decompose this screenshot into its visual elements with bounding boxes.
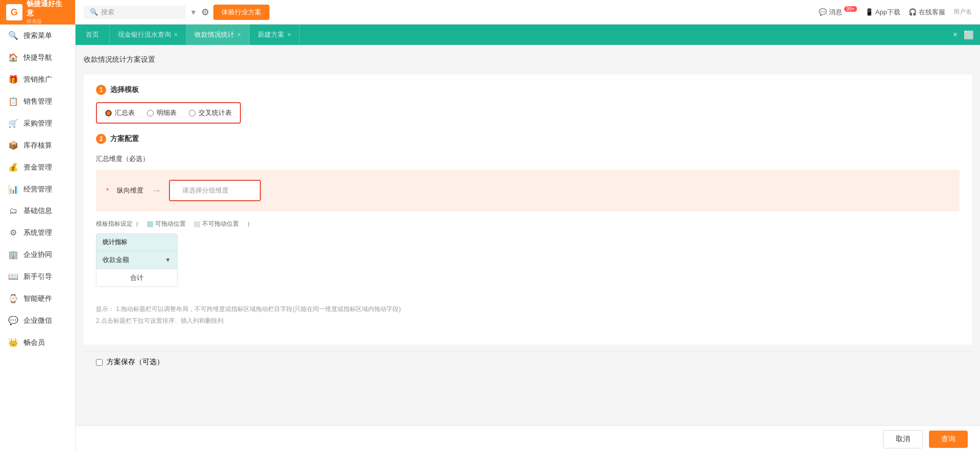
marketing-icon: 🎁 xyxy=(8,75,18,84)
user-info: 用户名 xyxy=(953,8,972,16)
dimension-selector[interactable]: 请选择分组维度 xyxy=(169,180,261,201)
tab-collection-stats-label: 收款情况统计 xyxy=(194,30,234,39)
header-left: 🔍 搜索 ▼ ⚙ 体验行业方案 xyxy=(84,5,270,20)
radio-detail[interactable]: 明细表 xyxy=(147,108,177,117)
summary-dimension-label: 汇总维度（必选） xyxy=(96,154,960,163)
app-download-item[interactable]: 📱 App下载 xyxy=(865,8,900,17)
sidebar-label-finance: 资金管理 xyxy=(23,163,52,172)
tips-section: 提示： 1.拖动标题栏可以调整布局，不可跨维度或指标区域拖动栏目字段(只能在同一… xyxy=(96,299,960,335)
metrics-cell-amount[interactable]: 收款金额 ▼ xyxy=(96,251,177,269)
metrics-legend: 模板指标设定（ 可拖动位置 不可拖动位置 ） xyxy=(96,220,960,228)
fixed-dot xyxy=(194,221,200,227)
sidebar-item-newbie[interactable]: 📖 新手引导 xyxy=(0,266,75,288)
save-option-bar: 方案保存（可选） xyxy=(84,351,972,373)
step2-label: 方案配置 xyxy=(110,134,139,144)
sidebar-item-purchase[interactable]: 🛒 采购管理 xyxy=(0,112,75,134)
save-label: 方案保存（可选） xyxy=(107,358,164,367)
tab-new-plan[interactable]: 新建方案 × xyxy=(250,25,300,45)
radio-cross[interactable]: 交叉统计表 xyxy=(189,108,232,117)
metrics-cell-total: 合计 xyxy=(96,269,177,287)
system-icon: ⚙ xyxy=(8,228,18,237)
sidebar-item-operations[interactable]: 📊 经营管理 xyxy=(0,178,75,200)
step1-label: 选择模板 xyxy=(110,85,139,94)
draggable-dot xyxy=(147,221,153,227)
maximize-btn[interactable]: ⬜ xyxy=(964,30,974,40)
inventory-icon: 📦 xyxy=(8,140,18,150)
tab-collection-stats-close[interactable]: × xyxy=(237,31,241,38)
message-icon: 💬 xyxy=(819,8,827,16)
footer: 取消 查询 xyxy=(76,425,980,452)
sidebar-item-marketing[interactable]: 🎁 营销推广 xyxy=(0,68,75,90)
sidebar-item-sales[interactable]: 📋 销售管理 xyxy=(0,90,75,112)
save-checkbox[interactable] xyxy=(96,359,103,366)
message-item[interactable]: 💬 消息 99+ xyxy=(819,8,857,17)
legend-draggable: 可拖动位置 xyxy=(147,220,186,228)
tab-new-plan-close[interactable]: × xyxy=(287,31,291,38)
tab-new-plan-label: 新建方案 xyxy=(258,30,284,39)
tab-bank-flow-close[interactable]: × xyxy=(174,31,178,38)
sidebar-label-quick-nav: 快捷导航 xyxy=(23,53,52,62)
metrics-header: 统计指标 xyxy=(96,234,177,251)
sidebar-item-wechat[interactable]: 💬 企业微信 xyxy=(0,310,75,331)
step1-num: 1 xyxy=(96,85,106,95)
message-badge: 99+ xyxy=(844,6,857,12)
support-icon: 🎧 xyxy=(909,8,917,16)
query-button[interactable]: 查询 xyxy=(929,431,968,448)
dropdown-arrow-icon[interactable]: ▼ xyxy=(190,8,197,16)
search-icon: 🔍 xyxy=(90,8,98,16)
vertical-label: 纵向维度 xyxy=(117,186,143,195)
sidebar-item-quick-nav[interactable]: 🏠 快捷导航 xyxy=(0,46,75,68)
search-menu-icon: 🔍 xyxy=(8,31,18,40)
tabbar-right: × ⬜ xyxy=(953,25,980,45)
sidebar-item-basic-info[interactable]: 🗂 基础信息 xyxy=(0,200,75,222)
download-icon: 📱 xyxy=(865,8,873,16)
radio-summary[interactable]: 汇总表 xyxy=(105,108,135,117)
template-options: 汇总表 明细表 交叉统计表 xyxy=(96,102,241,124)
search-bar[interactable]: 🔍 搜索 xyxy=(84,6,186,19)
radio-cross-input[interactable] xyxy=(189,110,195,116)
sidebar-item-member[interactable]: 👑 畅会员 xyxy=(0,331,75,353)
sidebar-logo: G 畅捷通好生意 标准版 xyxy=(0,0,75,25)
step2-num: 2 xyxy=(96,134,106,144)
metrics-table: 统计指标 收款金额 ▼ 合计 xyxy=(96,233,178,287)
quick-nav-icon: 🏠 xyxy=(8,53,18,62)
tab-collection-stats[interactable]: 收款情况统计 × xyxy=(186,25,250,45)
gear-icon[interactable]: ⚙ xyxy=(201,7,209,18)
industry-btn[interactable]: 体验行业方案 xyxy=(213,5,270,20)
sidebar-label-wechat: 企业微信 xyxy=(23,316,52,325)
sidebar-item-enterprise[interactable]: 🏢 企业协同 xyxy=(0,244,75,266)
wechat-icon: 💬 xyxy=(8,316,18,325)
sidebar-label-marketing: 营销推广 xyxy=(23,75,52,84)
newbie-icon: 📖 xyxy=(8,272,18,281)
sidebar-label-smart-hw: 智能硬件 xyxy=(23,294,52,303)
close-window-btn[interactable]: × xyxy=(953,30,958,39)
radio-summary-input[interactable] xyxy=(105,110,112,116)
purchase-icon: 🛒 xyxy=(8,118,18,128)
enterprise-icon: 🏢 xyxy=(8,250,18,259)
radio-detail-label: 明细表 xyxy=(157,108,177,117)
sidebar-item-inventory[interactable]: 📦 库存核算 xyxy=(0,134,75,156)
sidebar-item-system[interactable]: ⚙ 系统管理 xyxy=(0,222,75,244)
sidebar-label-operations: 经营管理 xyxy=(23,185,52,194)
radio-detail-input[interactable] xyxy=(147,110,154,116)
sidebar-label-sales: 销售管理 xyxy=(23,97,52,106)
draggable-label: 可拖动位置 xyxy=(155,220,186,228)
main-content: 收款情况统计方案设置 1 选择模板 汇总表 明细表 交叉统计表 2 方案配置 xyxy=(76,45,980,452)
sidebar-item-finance[interactable]: 💰 资金管理 xyxy=(0,156,75,178)
app-download-label: App下载 xyxy=(875,8,900,17)
tab-bank-flow[interactable]: 现金银行流水查询 × xyxy=(110,25,186,45)
sidebar-item-smart-hw[interactable]: ⌚ 智能硬件 xyxy=(0,288,75,310)
metrics-dropdown-arrow[interactable]: ▼ xyxy=(165,256,171,264)
sidebar-label-newbie: 新手引导 xyxy=(23,272,52,281)
tab-bank-flow-label: 现金银行流水查询 xyxy=(118,30,171,39)
app-logo-icon: G xyxy=(6,4,22,20)
operations-icon: 📊 xyxy=(8,184,18,194)
metrics-section: 模板指标设定（ 可拖动位置 不可拖动位置 ） 统计指标 收款金额 xyxy=(96,220,960,289)
tab-home[interactable]: 首页 xyxy=(76,25,110,45)
cancel-button[interactable]: 取消 xyxy=(883,430,923,448)
sidebar-item-search-menu[interactable]: 🔍 搜索菜单 xyxy=(0,25,75,46)
radio-cross-label: 交叉统计表 xyxy=(199,108,232,117)
online-support-item[interactable]: 🎧 在线客服 xyxy=(909,8,945,17)
config-section: 汇总维度（必选） * 纵向维度 → 请选择分组维度 模板指标设定（ 可拖动位置 xyxy=(96,154,960,335)
page-title: 收款情况统计方案设置 xyxy=(84,53,972,66)
